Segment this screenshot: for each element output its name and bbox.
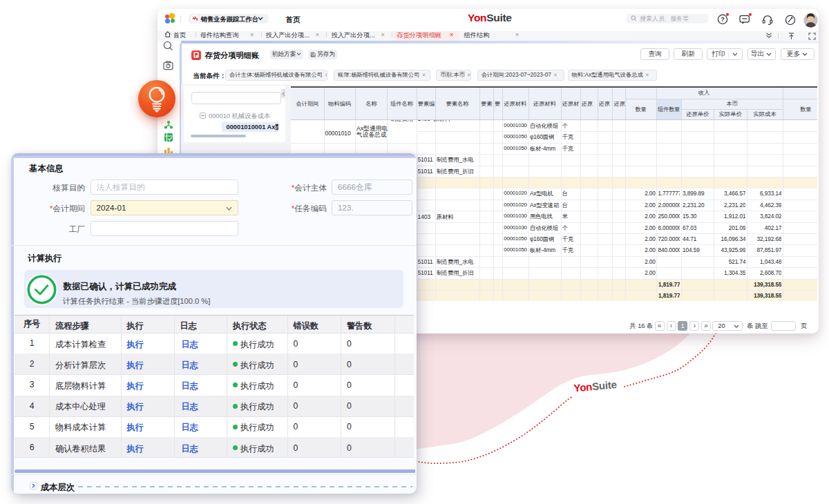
svg-text:?: ? bbox=[721, 16, 724, 23]
svg-text:YonSuite: YonSuite bbox=[573, 378, 618, 394]
